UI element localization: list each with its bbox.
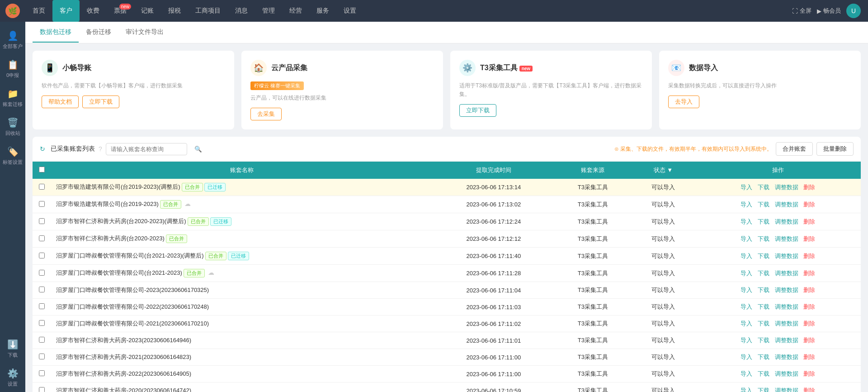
import-link[interactable]: 导入 — [741, 218, 752, 225]
tab-备份迁移[interactable]: 备份迁移 — [79, 23, 118, 43]
delete-link[interactable]: 删除 — [803, 354, 815, 360]
search-input[interactable] — [106, 143, 187, 155]
import-link[interactable]: 导入 — [741, 387, 752, 392]
adjust-data-link[interactable]: 调整数据 — [775, 337, 798, 344]
delete-link[interactable]: 删除 — [803, 235, 815, 242]
row-checkbox[interactable] — [39, 337, 45, 343]
import-link[interactable]: 导入 — [741, 320, 752, 327]
download-link[interactable]: 下载 — [758, 201, 769, 208]
nav-item-客户[interactable]: 客户 — [52, 0, 80, 22]
tab-审计文件导出[interactable]: 审计文件导出 — [118, 23, 171, 43]
select-all-checkbox[interactable] — [39, 167, 45, 172]
nav-item-管理[interactable]: 管理 — [255, 0, 282, 22]
tab-数据包迁移[interactable]: 数据包迁移 — [33, 23, 79, 43]
download-link[interactable]: 下载 — [758, 253, 769, 259]
search-button[interactable]: 🔍 — [191, 143, 206, 155]
download-link[interactable]: 下载 — [758, 320, 769, 327]
import-link[interactable]: 导入 — [741, 370, 752, 377]
nav-item-收费[interactable]: 收费 — [80, 0, 107, 22]
row-checkbox[interactable] — [39, 235, 45, 241]
download-link[interactable]: 下载 — [758, 270, 769, 277]
download-link[interactable]: 下载 — [758, 337, 769, 344]
row-checkbox[interactable] — [39, 370, 45, 376]
user-avatar[interactable]: U — [846, 4, 861, 18]
delete-link[interactable]: 删除 — [803, 370, 815, 377]
adjust-data-link[interactable]: 调整数据 — [775, 270, 798, 277]
import-link[interactable]: 导入 — [741, 184, 752, 191]
adjust-data-link[interactable]: 调整数据 — [775, 235, 798, 242]
nav-item-报税[interactable]: 报税 — [161, 0, 188, 22]
nav-item-工商项目[interactable]: 工商项目 — [188, 0, 228, 22]
row-checkbox[interactable] — [39, 287, 45, 292]
download-link[interactable]: 下载 — [758, 218, 769, 225]
nav-item-服务[interactable]: 服务 — [309, 0, 336, 22]
download-link[interactable]: 下载 — [758, 387, 769, 392]
import-link[interactable]: 导入 — [741, 287, 752, 293]
card-action-button[interactable]: 立即下载 — [82, 96, 119, 108]
fullscreen-button[interactable]: ⛶ 全屏 — [792, 7, 811, 15]
sidebar-item-全部客户[interactable]: 👤全部客户 — [0, 25, 25, 54]
download-link[interactable]: 下载 — [758, 354, 769, 360]
import-link[interactable]: 导入 — [741, 201, 752, 208]
delete-link[interactable]: 删除 — [803, 201, 815, 208]
import-link[interactable]: 导入 — [741, 235, 752, 242]
batch-delete-button[interactable]: 批量删除 — [816, 142, 854, 156]
delete-link[interactable]: 删除 — [803, 320, 815, 327]
row-checkbox[interactable] — [39, 218, 45, 224]
download-link[interactable]: 下载 — [758, 287, 769, 293]
adjust-data-link[interactable]: 调整数据 — [775, 218, 798, 225]
import-link[interactable]: 导入 — [741, 270, 752, 277]
import-link[interactable]: 导入 — [741, 253, 752, 259]
sidebar-item-标签设置[interactable]: 🏷️标签设置 — [0, 141, 25, 170]
merge-button[interactable]: 合并账套 — [776, 142, 813, 156]
nav-item-记账[interactable]: 记账 — [134, 0, 161, 22]
adjust-data-link[interactable]: 调整数据 — [775, 184, 798, 191]
delete-link[interactable]: 删除 — [803, 303, 815, 310]
card-action-button[interactable]: 帮助文档 — [42, 96, 79, 108]
cloud-icon[interactable]: ☁ — [184, 200, 191, 207]
row-checkbox[interactable] — [39, 201, 45, 207]
delete-link[interactable]: 删除 — [803, 387, 815, 392]
import-link[interactable]: 导入 — [741, 303, 752, 310]
help-icon[interactable]: ? — [99, 145, 102, 153]
cloud-icon[interactable]: ☁ — [208, 269, 214, 276]
nav-item-经营[interactable]: 经营 — [282, 0, 309, 22]
card-action-button[interactable]: 立即下载 — [459, 104, 496, 117]
card-action-button[interactable]: 去采集 — [250, 108, 282, 120]
row-checkbox[interactable] — [39, 354, 45, 359]
adjust-data-link[interactable]: 调整数据 — [775, 303, 798, 310]
row-checkbox[interactable] — [39, 303, 45, 309]
row-checkbox[interactable] — [39, 320, 45, 326]
delete-link[interactable]: 删除 — [803, 270, 815, 277]
reload-icon[interactable]: ↻ — [40, 145, 45, 153]
delete-link[interactable]: 删除 — [803, 218, 815, 225]
table-header-4[interactable]: 状态 ▼ — [631, 162, 695, 179]
sidebar-item-回收站[interactable]: 🗑️回收站 — [0, 112, 25, 141]
row-checkbox[interactable] — [39, 253, 45, 258]
sidebar-item-账套迁移[interactable]: 📁账套迁移 — [0, 83, 25, 112]
download-link[interactable]: 下载 — [758, 184, 769, 191]
adjust-data-link[interactable]: 调整数据 — [775, 354, 798, 360]
sidebar-bottom-item-下载[interactable]: ⬇️下载 — [0, 334, 25, 363]
adjust-data-link[interactable]: 调整数据 — [775, 370, 798, 377]
download-link[interactable]: 下载 — [758, 370, 769, 377]
download-link[interactable]: 下载 — [758, 235, 769, 242]
import-link[interactable]: 导入 — [741, 337, 752, 344]
delete-link[interactable]: 删除 — [803, 184, 815, 191]
sidebar-item-0申报[interactable]: 📋0申报 — [0, 54, 25, 83]
adjust-data-link[interactable]: 调整数据 — [775, 287, 798, 293]
delete-link[interactable]: 删除 — [803, 253, 815, 259]
member-button[interactable]: ▶ 畅会员 — [817, 7, 841, 15]
row-checkbox[interactable] — [39, 387, 45, 392]
row-checkbox[interactable] — [39, 184, 45, 190]
sidebar-bottom-item-设置[interactable]: ⚙️设置 — [0, 363, 25, 392]
adjust-data-link[interactable]: 调整数据 — [775, 253, 798, 259]
card-action-button[interactable]: 去导入 — [668, 96, 699, 108]
adjust-data-link[interactable]: 调整数据 — [775, 387, 798, 392]
nav-item-设置[interactable]: 设置 — [336, 0, 363, 22]
nav-item-消息[interactable]: 消息 — [228, 0, 255, 22]
logo[interactable]: 🌿 — [0, 0, 25, 22]
adjust-data-link[interactable]: 调整数据 — [775, 320, 798, 327]
nav-item-票据[interactable]: 票据new — [107, 0, 134, 22]
delete-link[interactable]: 删除 — [803, 337, 815, 344]
